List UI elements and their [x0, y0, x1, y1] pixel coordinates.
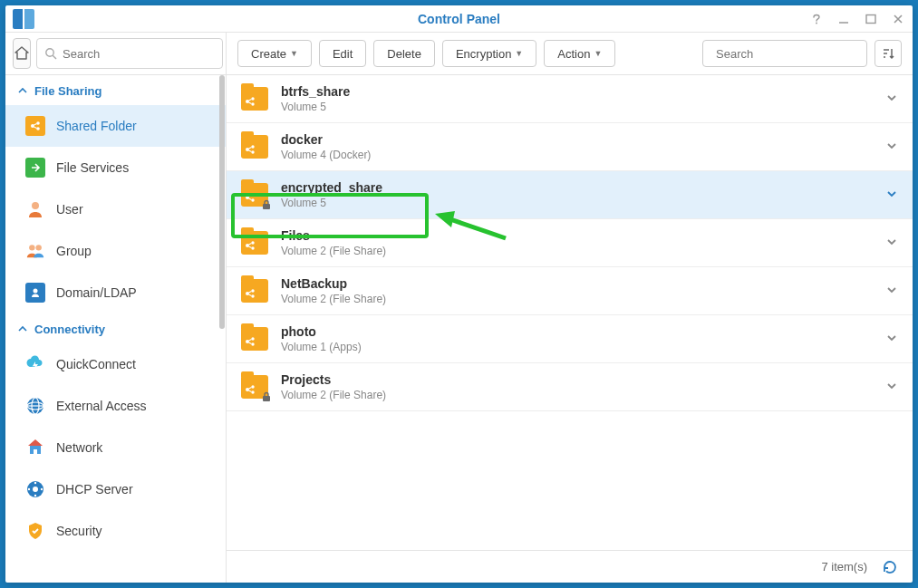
sidebar-item-dhcp-server[interactable]: DHCP Server — [5, 468, 226, 510]
svg-point-34 — [251, 193, 254, 196]
svg-point-9 — [29, 245, 34, 250]
folder-name: encrypted_share — [281, 180, 885, 195]
filter-search[interactable] — [702, 40, 867, 67]
svg-point-23 — [41, 488, 43, 490]
svg-point-28 — [251, 97, 254, 100]
file-services-icon — [25, 158, 45, 178]
folder-row[interactable]: ProjectsVolume 2 (File Share) — [227, 363, 913, 411]
control-panel-window: Control Panel — [5, 5, 913, 583]
refresh-icon — [882, 559, 898, 575]
folder-name: Files — [281, 228, 885, 243]
folder-icon — [241, 183, 268, 207]
folder-row[interactable]: encrypted_shareVolume 5 — [227, 171, 913, 219]
encryption-button[interactable]: Encryption▼ — [442, 40, 536, 67]
section-connectivity[interactable]: Connectivity — [5, 313, 226, 343]
chevron-down-icon[interactable] — [885, 236, 898, 251]
sidebar-item-label: DHCP Server — [56, 482, 133, 496]
home-button[interactable] — [13, 38, 31, 69]
folder-volume: Volume 2 (File Share) — [281, 293, 885, 305]
svg-point-42 — [251, 294, 254, 297]
sidebar-item-label: Security — [56, 524, 102, 538]
sidebar-item-network[interactable]: Network — [5, 427, 226, 468]
group-icon — [25, 241, 45, 261]
search-icon — [44, 47, 57, 60]
chevron-down-icon[interactable] — [885, 140, 898, 155]
dhcp-server-icon — [25, 479, 45, 499]
security-icon — [25, 521, 45, 541]
scrollbar-thumb[interactable] — [219, 75, 225, 329]
shared-folder-icon — [25, 116, 45, 136]
svg-rect-49 — [263, 396, 270, 401]
sidebar-item-external-access[interactable]: External Access — [5, 385, 226, 427]
folder-icon — [241, 231, 268, 255]
app-icon — [13, 9, 34, 29]
sidebar-item-shared-folder[interactable]: Shared Folder — [5, 105, 226, 147]
sidebar-item-user[interactable]: User — [5, 188, 226, 230]
close-icon[interactable] — [891, 12, 905, 26]
folder-row[interactable]: btrfs_shareVolume 5 — [227, 75, 913, 123]
svg-line-4 — [53, 55, 56, 59]
folder-volume: Volume 4 (Docker) — [281, 149, 885, 161]
sidebar-item-group[interactable]: Group — [5, 230, 226, 272]
folder-row[interactable]: photoVolume 1 (Apps) — [227, 315, 913, 363]
chevron-down-icon[interactable] — [885, 188, 898, 203]
sidebar-item-label: Domain/LDAP — [56, 285, 137, 300]
refresh-button[interactable] — [880, 557, 900, 577]
sidebar-item-label: File Services — [56, 160, 129, 175]
svg-rect-36 — [263, 204, 270, 209]
share-badge-icon — [244, 143, 256, 156]
sidebar-item-security[interactable]: Security — [5, 510, 226, 552]
folder-icon — [241, 375, 268, 399]
sidebar-item-label: Shared Folder — [56, 119, 137, 133]
svg-point-45 — [251, 342, 254, 345]
share-badge-icon — [244, 335, 256, 348]
folder-list: btrfs_shareVolume 5dockerVolume 4 (Docke… — [227, 75, 913, 550]
sidebar-item-label: User — [56, 202, 83, 217]
maximize-icon[interactable] — [864, 12, 878, 26]
folder-icon — [241, 135, 268, 159]
svg-point-20 — [34, 482, 36, 484]
svg-point-31 — [251, 145, 254, 148]
svg-point-35 — [251, 198, 254, 201]
filter-input[interactable] — [716, 47, 868, 61]
share-badge-icon — [244, 239, 256, 252]
create-button[interactable]: Create▼ — [237, 40, 312, 67]
folder-row[interactable]: FilesVolume 2 (File Share) — [227, 219, 913, 267]
svg-point-38 — [251, 241, 254, 244]
svg-point-7 — [36, 127, 40, 130]
folder-volume: Volume 1 (Apps) — [281, 341, 885, 353]
sidebar-search-input[interactable] — [63, 47, 215, 61]
svg-point-47 — [251, 385, 254, 388]
chevron-down-icon[interactable] — [885, 332, 898, 347]
action-button[interactable]: Action▼ — [544, 40, 615, 67]
svg-point-10 — [35, 245, 41, 250]
folder-row[interactable]: dockerVolume 4 (Docker) — [227, 123, 913, 171]
edit-button[interactable]: Edit — [319, 40, 366, 67]
chevron-up-icon — [18, 324, 27, 335]
chevron-down-icon[interactable] — [885, 92, 898, 107]
folder-row[interactable]: NetBackupVolume 2 (File Share) — [227, 267, 913, 315]
section-file-sharing[interactable]: File Sharing — [5, 75, 226, 105]
external-access-icon — [25, 396, 45, 416]
home-icon — [14, 45, 30, 62]
sidebar-item-domain-ldap[interactable]: Domain/LDAP — [5, 272, 226, 313]
svg-point-6 — [36, 121, 40, 125]
sidebar: File Sharing Shared Folder File Services… — [5, 33, 227, 583]
help-icon[interactable] — [809, 12, 824, 26]
caret-down-icon: ▼ — [594, 49, 602, 58]
svg-rect-17 — [34, 449, 37, 454]
sort-icon — [881, 46, 895, 61]
minimize-icon[interactable] — [836, 12, 851, 26]
chevron-down-icon[interactable] — [885, 380, 898, 395]
sort-button[interactable] — [875, 40, 902, 67]
sidebar-item-quickconnect[interactable]: QuickConnect — [5, 343, 226, 385]
chevron-down-icon[interactable] — [885, 284, 898, 299]
folder-name: btrfs_share — [281, 84, 885, 99]
delete-button[interactable]: Delete — [373, 40, 435, 67]
window-controls — [809, 12, 905, 26]
sidebar-search[interactable] — [36, 38, 223, 69]
share-badge-icon — [244, 95, 256, 108]
folder-volume: Volume 2 (File Share) — [281, 389, 885, 401]
sidebar-item-file-services[interactable]: File Services — [5, 147, 226, 188]
svg-point-48 — [251, 390, 254, 393]
